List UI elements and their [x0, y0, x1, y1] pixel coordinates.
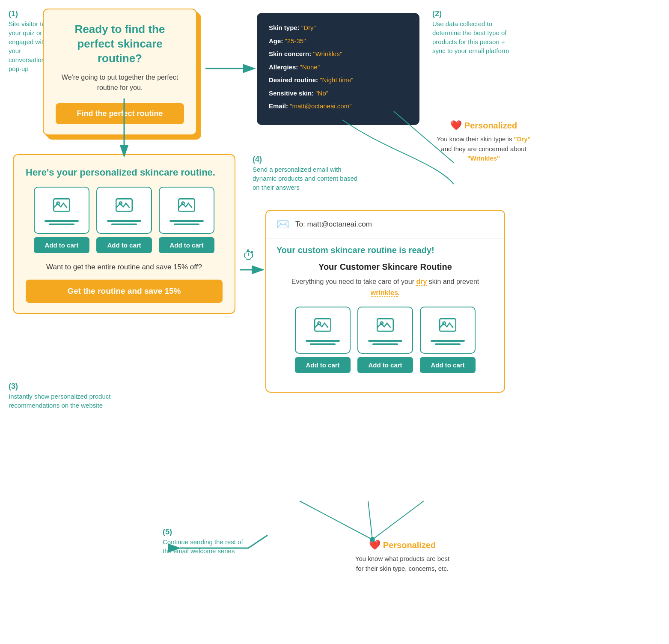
svg-point-9 — [381, 322, 383, 325]
step4-number: (4) — [253, 155, 262, 164]
data-row-routine: Desired routine: "Night time" — [269, 75, 407, 85]
email-card: ✉️ To: matt@octaneai.com Your custom ski… — [265, 210, 505, 393]
data-row-sensitive: Sensitive skin: "No" — [269, 89, 407, 98]
data-row-skintype: Skin type: "Dry" — [269, 23, 407, 33]
email-product-2: Add to cart — [357, 307, 413, 373]
top-personalized-block: ❤️ Personalized You know their skin type… — [437, 120, 531, 164]
step2-number: (2) — [432, 9, 442, 18]
email-to: To: matt@octaneai.com — [295, 220, 372, 229]
bottom-personalized-block: ❤️ Personalized You know what products a… — [351, 540, 454, 573]
heart-icon: ❤️ — [450, 120, 462, 131]
data-card: Skin type: "Dry" Age: "25-35" Skin conce… — [257, 13, 419, 125]
email-subject: Your custom skincare routine is ready! — [266, 239, 504, 262]
quiz-card: Ready to find the perfect skincare routi… — [43, 9, 197, 135]
product-image-1 — [34, 187, 89, 234]
product-image-2 — [96, 187, 152, 234]
email-product-3: Add to cart — [420, 307, 476, 373]
step3-description: Instantly show personalized product reco… — [9, 392, 128, 410]
email-product-image-2 — [357, 307, 413, 354]
step5-label: (5) Continue sending the rest of the ema… — [163, 527, 248, 555]
email-header: ✉️ To: matt@octaneai.com — [266, 211, 504, 239]
step3-number: (3) — [9, 382, 18, 391]
svg-point-11 — [443, 322, 446, 325]
save-routine-button[interactable]: Get the routine and save 15% — [26, 280, 223, 303]
routine-card-title: Here's your personalized skincare routin… — [26, 167, 223, 178]
product-item-1: Add to cart — [34, 187, 89, 253]
add-to-cart-button-2[interactable]: Add to cart — [96, 237, 152, 253]
email-body: Your Customer Skincare Routine Everythin… — [266, 262, 504, 392]
email-product-1: Add to cart — [295, 307, 351, 373]
step2-label: (2) Use data collected to determine the … — [432, 9, 518, 55]
product-image-3 — [159, 187, 214, 234]
clock-icon: ⏱ — [242, 248, 255, 263]
email-body-text: Everything you need to take care of your… — [277, 276, 494, 298]
add-to-cart-button-3[interactable]: Add to cart — [159, 237, 214, 253]
personalized-label-bottom: Personalized — [383, 540, 436, 550]
quiz-card-body: We're going to put together the perfect … — [56, 72, 184, 93]
data-row-email: Email: "matt@octaneai.com" — [269, 101, 407, 111]
data-row-age: Age: "25-35" — [269, 36, 407, 46]
quiz-card-title: Ready to find the perfect skincare routi… — [56, 22, 184, 66]
envelope-icon: ✉️ — [277, 218, 289, 230]
email-products-row: Add to cart — [277, 307, 494, 373]
email-product-image-1 — [295, 307, 351, 354]
step3-label: (3) Instantly show personalized product … — [9, 381, 128, 410]
svg-point-5 — [182, 202, 184, 205]
email-heading: Your Customer Skincare Routine — [277, 262, 494, 272]
svg-point-3 — [119, 202, 122, 205]
find-routine-button[interactable]: Find the perfect routine — [56, 103, 184, 124]
email-wrinkles-highlight: wrinkles — [371, 289, 398, 297]
step4-description: Send a personalized email with dynamic p… — [253, 165, 364, 192]
data-row-concern: Skin concern: "Wrinkles" — [269, 49, 407, 59]
email-add-to-cart-2[interactable]: Add to cart — [357, 357, 413, 373]
personalized-note-bottom: You know what products are best for thei… — [351, 554, 454, 573]
save-text: Want to get the entire routine and save … — [26, 262, 223, 273]
step2-description: Use data collected to determine the best… — [432, 19, 518, 55]
routine-card: Here's your personalized skincare routin… — [13, 154, 235, 314]
add-to-cart-button-1[interactable]: Add to cart — [34, 237, 89, 253]
email-add-to-cart-1[interactable]: Add to cart — [295, 357, 351, 373]
step5-number: (5) — [163, 528, 172, 536]
personalized-label: Personalized — [464, 121, 517, 131]
svg-point-7 — [318, 322, 321, 325]
email-product-image-3 — [420, 307, 476, 354]
step5-description: Continue sending the rest of the email w… — [163, 537, 248, 555]
step1-number: (1) — [9, 9, 18, 18]
step4-label: (4) Send a personalized email with dynam… — [253, 154, 364, 192]
email-dry-highlight: dry — [416, 278, 427, 286]
products-row: Add to cart — [26, 187, 223, 253]
email-add-to-cart-3[interactable]: Add to cart — [420, 357, 476, 373]
product-item-3: Add to cart — [159, 187, 214, 253]
heart-icon-bottom: ❤️ — [369, 540, 381, 551]
svg-point-1 — [57, 202, 59, 205]
product-item-2: Add to cart — [96, 187, 152, 253]
personalized-note-top: You know their skin type is "Dry" and th… — [437, 134, 531, 164]
data-row-allergies: Allergies: "None" — [269, 63, 407, 72]
